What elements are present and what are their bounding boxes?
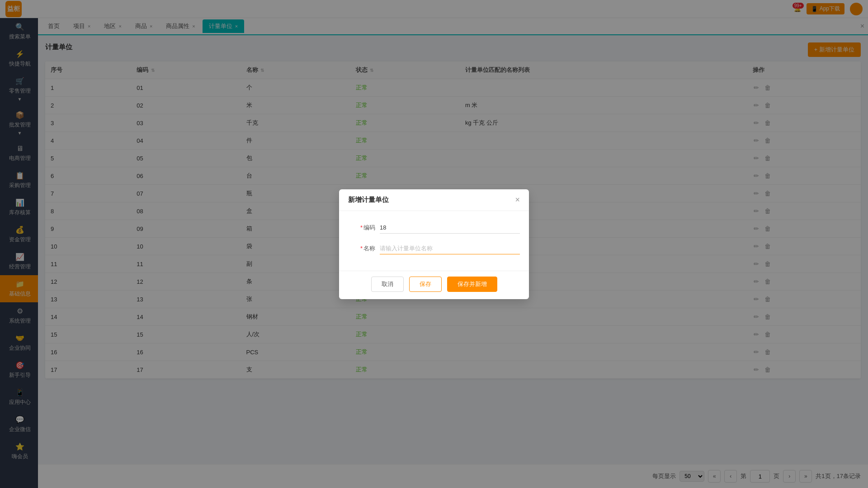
modal-close-button[interactable]: ×: [515, 196, 520, 204]
modal-overlay[interactable]: 新增计量单位 × *编码 *名称 取消 保存 保存并新增: [0, 0, 868, 488]
modal-header: 新增计量单位 ×: [339, 189, 529, 211]
modal-body: *编码 *名称: [339, 211, 529, 271]
save-and-new-button[interactable]: 保存并新增: [447, 277, 497, 292]
modal-title: 新增计量单位: [348, 196, 389, 204]
name-label: *名称: [348, 244, 375, 253]
code-label: *编码: [348, 224, 375, 232]
modal-footer: 取消 保存 保存并新增: [339, 271, 529, 299]
code-input[interactable]: [380, 222, 520, 234]
cancel-button[interactable]: 取消: [371, 277, 404, 292]
code-form-row: *编码: [348, 222, 520, 234]
name-form-row: *名称: [348, 243, 520, 254]
add-unit-modal: 新增计量单位 × *编码 *名称 取消 保存 保存并新增: [339, 189, 529, 299]
unit-name-input[interactable]: [380, 243, 520, 254]
save-button[interactable]: 保存: [409, 277, 442, 292]
